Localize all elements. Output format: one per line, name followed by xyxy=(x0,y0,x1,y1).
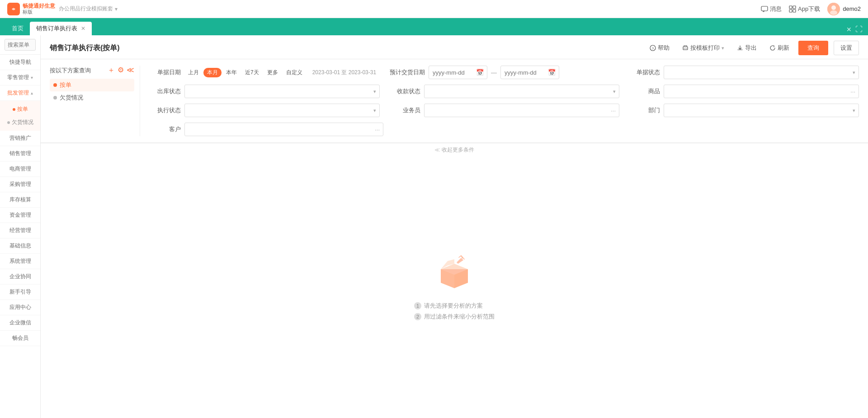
sidebar-sub-menu: 按单 欠货情况 xyxy=(0,101,40,131)
sidebar-item-collab[interactable]: 企业协同 xyxy=(0,269,40,285)
date-tab-this-year[interactable]: 本年 xyxy=(222,68,241,77)
scheme-item-by-order[interactable]: 按单 xyxy=(50,79,134,91)
user-avatar xyxy=(827,3,840,15)
sidebar-item-app-center[interactable]: 应用中心 xyxy=(0,300,40,315)
sidebar-item-sales[interactable]: 销售管理 xyxy=(0,146,40,162)
scheme-add-button[interactable]: ＋ xyxy=(108,66,115,75)
print-button[interactable]: 按模板打印 ▾ xyxy=(679,42,728,54)
scheme-dot-inactive xyxy=(53,96,57,100)
refresh-button[interactable]: 刷新 xyxy=(766,42,793,54)
app-download-button[interactable]: App下载 xyxy=(789,5,820,13)
empty-text-list: 请先选择要分析的方案 用过滤条件来缩小分析范围 xyxy=(414,302,495,323)
collect-status-select[interactable] xyxy=(424,85,619,98)
date-tab-last-month[interactable]: 上月 xyxy=(184,68,203,77)
logo-line1: 畅捷通好生意 xyxy=(23,3,55,9)
tab-home[interactable]: 首页 xyxy=(5,22,30,35)
sidebar-item-operations[interactable]: 经营管理 xyxy=(0,223,40,238)
date-separator: — xyxy=(491,69,497,76)
message-button[interactable]: 消息 xyxy=(761,5,782,13)
sidebar-sub-item-backorder[interactable]: 欠货情况 xyxy=(0,116,40,129)
date-tab-custom[interactable]: 自定义 xyxy=(283,68,306,77)
svg-rect-1 xyxy=(761,6,768,11)
sidebar-search-area xyxy=(0,35,40,55)
sidebar-item-quick-nav[interactable]: 快捷导航 xyxy=(0,55,40,70)
scheme-item-backorder[interactable]: 欠货情况 xyxy=(50,91,134,104)
user-area[interactable]: demo2 xyxy=(827,3,861,15)
page-title: 销售订单执行表(按单) xyxy=(50,43,120,53)
sidebar-item-basic-info[interactable]: 基础信息 xyxy=(0,238,40,254)
doc-status-field: 单据状态 ▾ xyxy=(628,66,859,79)
expected-date-field: 预计交货日期 📅 — 📅 xyxy=(389,66,619,79)
tab-fullscreen-button[interactable]: ⛶ xyxy=(855,25,863,33)
date-tab-7days[interactable]: 近7天 xyxy=(241,68,263,77)
exec-status-select[interactable] xyxy=(184,104,380,117)
expected-date-label: 预计交货日期 xyxy=(389,68,425,76)
svg-rect-12 xyxy=(684,48,687,49)
settings-button[interactable]: 设置 xyxy=(834,41,859,55)
sidebar-item-finance[interactable]: 资金管理 xyxy=(0,208,40,223)
customer-input[interactable] xyxy=(184,123,383,136)
sidebar-item-wechat[interactable]: 企业微信 xyxy=(0,315,40,331)
tab-close-all-button[interactable]: ✕ xyxy=(846,26,852,33)
content-area: 销售订单执行表(按单) ? 帮助 按模板打印 ▾ 导出 刷新 xyxy=(41,35,868,418)
tab-close-button[interactable]: ✕ xyxy=(81,25,85,32)
expected-date-end-input[interactable] xyxy=(500,66,559,79)
sidebar-item-member[interactable]: 畅会员 xyxy=(0,331,40,346)
sub-dot-inactive xyxy=(7,121,10,124)
header-left: 畅捷通好生意 标版 办公用品行业模拟账套 ▾ xyxy=(7,3,118,15)
tab-sales-exec[interactable]: 销售订单执行表 ✕ xyxy=(30,22,92,35)
out-status-select[interactable] xyxy=(184,85,380,98)
filter-fields: 单据日期 上月 本月 本年 近7天 更多 自定义 2023-03-01 至 20… xyxy=(140,66,859,136)
dept-select[interactable] xyxy=(664,104,859,117)
doc-status-select[interactable] xyxy=(664,66,859,79)
scheme-label: 按以下方案查询 xyxy=(50,66,91,75)
scheme-settings-button[interactable]: ⚙ xyxy=(118,66,124,75)
sidebar-item-system[interactable]: 系统管理 xyxy=(0,254,40,269)
svg-point-8 xyxy=(830,10,837,15)
filter-row-4: 客户 ··· xyxy=(149,123,859,136)
doc-date-field: 单据日期 上月 本月 本年 近7天 更多 自定义 2023-03-01 至 20… xyxy=(149,68,380,77)
sidebar-item-inventory[interactable]: 库存核算 xyxy=(0,192,40,208)
svg-rect-5 xyxy=(793,10,796,12)
print-arrow: ▾ xyxy=(722,45,724,51)
app-download-icon xyxy=(789,5,796,13)
export-button[interactable]: 导出 xyxy=(733,42,760,54)
search-input[interactable] xyxy=(5,39,36,51)
sidebar-item-purchase[interactable]: 采购管理 xyxy=(0,177,40,192)
sidebar-sub-item-by-order[interactable]: 按单 xyxy=(0,103,40,116)
sidebar-item-wholesale[interactable]: 批发管理 ▴ xyxy=(0,86,40,101)
help-button[interactable]: ? 帮助 xyxy=(646,42,673,54)
sidebar-item-retail[interactable]: 零售管理 ▾ xyxy=(0,70,40,86)
sidebar-item-ecommerce[interactable]: 电商管理 xyxy=(0,162,40,177)
salesperson-label: 业务员 xyxy=(389,106,420,114)
collapse-row[interactable]: ≪ 收起更多条件 xyxy=(41,143,868,157)
breadcrumb-arrow[interactable]: ▾ xyxy=(115,6,118,12)
scheme-selector: 按以下方案查询 ＋ ⚙ ≪ 按单 欠货情况 xyxy=(50,66,140,136)
collect-status-label: 收款状态 xyxy=(389,87,420,95)
doc-date-label: 单据日期 xyxy=(149,68,181,76)
sidebar-item-newcomer[interactable]: 新手引导 xyxy=(0,285,40,300)
empty-state: 请先选择要分析的方案 用过滤条件来缩小分析范围 xyxy=(414,251,495,323)
svg-rect-4 xyxy=(789,10,792,12)
salesperson-input[interactable] xyxy=(424,104,619,117)
header-right: 消息 App下载 demo2 xyxy=(761,3,861,15)
collect-status-select-wrapper: ▾ xyxy=(424,85,619,98)
sidebar-item-marketing[interactable]: 营销推广 xyxy=(0,131,40,146)
wholesale-expand-arrow: ▴ xyxy=(31,90,33,95)
logo-area: 畅捷通好生意 标版 xyxy=(7,3,55,15)
date-tabs-area: 上月 本月 本年 近7天 更多 自定义 xyxy=(184,68,306,77)
query-button[interactable]: 查询 xyxy=(798,41,828,55)
app-download-label: App下载 xyxy=(798,5,820,13)
goods-input-wrapper: ··· xyxy=(664,85,859,98)
print-label: 按模板打印 xyxy=(690,44,720,52)
logo-icon xyxy=(7,3,20,15)
date-tab-this-month[interactable]: 本月 xyxy=(203,68,222,77)
tab-bar-actions: ✕ ⛶ xyxy=(846,25,863,35)
goods-input[interactable] xyxy=(664,85,859,98)
scheme-collapse-button[interactable]: ≪ xyxy=(127,66,134,75)
scheme-header: 按以下方案查询 ＋ ⚙ ≪ xyxy=(50,66,134,75)
date-tab-more[interactable]: 更多 xyxy=(264,68,282,77)
empty-tip-1: 请先选择要分析的方案 xyxy=(414,302,495,310)
tab-sales-exec-label: 销售订单执行表 xyxy=(36,24,77,33)
expected-date-start-input[interactable] xyxy=(429,66,487,79)
